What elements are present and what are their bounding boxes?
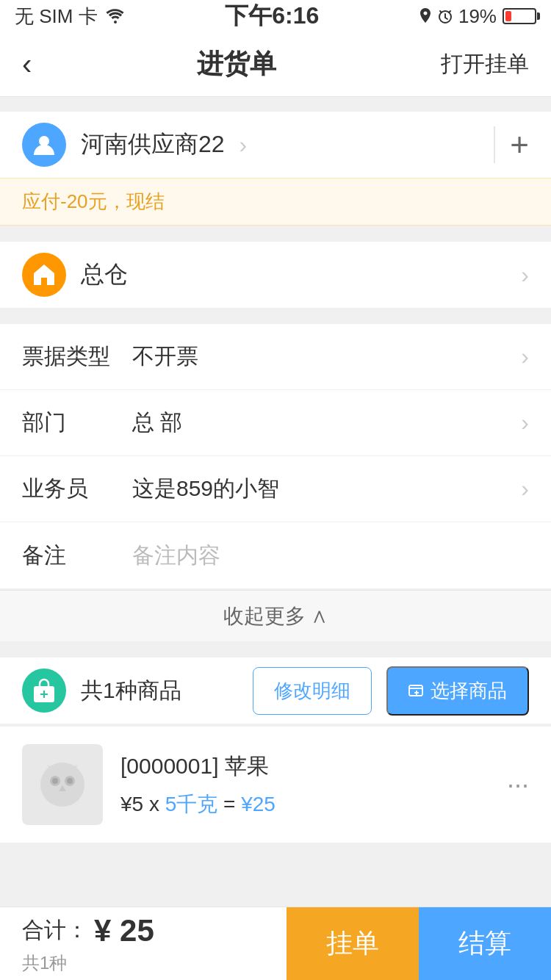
product-price: ¥5 x 5千克 = ¥25 <box>120 790 489 818</box>
products-header: 共1种商品 修改明细 选择商品 <box>0 657 551 724</box>
price-multiply: x <box>149 793 165 815</box>
product-info: [0000001] 苹果 ¥5 x 5千克 = ¥25 <box>120 752 489 818</box>
bottom-spacer <box>0 843 551 916</box>
suspend-label: 挂单 <box>326 926 379 962</box>
status-bar: 无 SIM 卡 下午6:16 19% <box>0 0 551 32</box>
supplier-row[interactable]: 河南供应商22 › + <box>0 112 551 178</box>
battery-percent: 19% <box>458 5 497 28</box>
back-button[interactable]: ‹ <box>22 48 32 81</box>
products-icon <box>22 669 66 713</box>
status-left: 无 SIM 卡 <box>15 4 126 29</box>
sales-chevron-icon: › <box>521 475 529 502</box>
edit-detail-button[interactable]: 修改明细 <box>253 667 372 715</box>
collapse-label: 收起更多 ∧ <box>223 602 328 630</box>
bottom-bar: 合计： ¥ 25 共1种 挂单 结算 <box>0 907 551 980</box>
location-icon <box>419 8 432 24</box>
remark-label: 备注 <box>22 541 125 571</box>
invoice-label: 票据类型 <box>22 342 125 372</box>
warehouse-row[interactable]: 总仓 › <box>0 242 551 308</box>
add-supplier-button[interactable]: + <box>510 126 529 163</box>
carrier-text: 无 SIM 卡 <box>15 4 98 29</box>
product-code: [0000001] <box>120 754 218 778</box>
supplier-avatar <box>22 123 66 167</box>
invoice-value: 不开票 <box>125 342 521 372</box>
product-name: [0000001] 苹果 <box>120 752 489 782</box>
nav-bar: ‹ 进货单 打开挂单 <box>0 32 551 97</box>
warning-banner: 应付-20元，现结 <box>0 178 551 226</box>
product-title: 苹果 <box>225 754 269 778</box>
svg-rect-5 <box>409 685 422 696</box>
warehouse-chevron-icon: › <box>521 262 529 289</box>
status-time: 下午6:16 <box>225 0 319 32</box>
invoice-row[interactable]: 票据类型 不开票 › <box>0 324 551 390</box>
sales-row[interactable]: 业务员 这是859的小智 › <box>0 456 551 522</box>
warning-text: 应付-20元，现结 <box>22 190 165 212</box>
price-total: ¥25 <box>241 793 276 815</box>
person-icon <box>31 131 57 158</box>
divider-4 <box>0 641 551 656</box>
total-sub: 共1种 <box>22 951 264 975</box>
suspend-button[interactable]: 挂单 <box>287 907 419 980</box>
total-line: 合计： ¥ 25 <box>22 913 264 948</box>
sales-value: 这是859的小智 <box>125 474 521 504</box>
remark-placeholder[interactable]: 备注内容 <box>125 541 529 571</box>
sales-label: 业务员 <box>22 474 125 504</box>
dept-value: 总 部 <box>125 408 521 438</box>
status-right: 19% <box>419 5 536 28</box>
open-pending-button[interactable]: 打开挂单 <box>441 49 529 79</box>
supplier-chevron-icon: › <box>240 131 248 159</box>
battery-icon <box>503 8 536 24</box>
supplier-name: 河南供应商22 <box>81 129 225 161</box>
product-thumbnail <box>22 744 103 825</box>
warehouse-name: 总仓 <box>81 259 521 291</box>
divider-5 <box>0 724 551 725</box>
products-count: 共1种商品 <box>81 676 238 706</box>
price-equals: = <box>223 793 241 815</box>
price-unit: ¥5 <box>120 793 143 815</box>
divider-top <box>0 97 551 112</box>
product-more-button[interactable]: ··· <box>507 769 529 800</box>
supplier-section: 河南供应商22 › + 应付-20元，现结 <box>0 112 551 226</box>
collapse-row[interactable]: 收起更多 ∧ <box>0 590 551 641</box>
home-icon <box>31 262 57 288</box>
supplier-divider <box>494 126 495 163</box>
product-item: [0000001] 苹果 ¥5 x 5千克 = ¥25 ··· <box>0 727 551 843</box>
svg-point-8 <box>40 763 84 807</box>
alarm-icon <box>438 8 453 24</box>
warehouse-section: 总仓 › <box>0 242 551 308</box>
divider-2 <box>0 226 551 240</box>
supplier-info: 河南供应商22 › <box>22 123 479 167</box>
cart-add-icon <box>408 682 425 699</box>
select-product-label: 选择商品 <box>431 678 507 704</box>
dept-row[interactable]: 部门 总 部 › <box>0 390 551 456</box>
dept-label: 部门 <box>22 408 125 438</box>
checkout-button[interactable]: 结算 <box>419 907 551 980</box>
svg-point-11 <box>52 778 58 784</box>
bag-icon <box>31 677 57 704</box>
product-thumb-logo <box>37 759 88 810</box>
divider-3 <box>0 308 551 323</box>
invoice-chevron-icon: › <box>521 343 529 370</box>
svg-point-1 <box>39 136 49 146</box>
checkout-label: 结算 <box>458 926 511 962</box>
total-amount: ¥ 25 <box>94 913 154 948</box>
form-section: 票据类型 不开票 › 部门 总 部 › 业务员 这是859的小智 › 备注 备注… <box>0 324 551 588</box>
svg-point-12 <box>67 778 73 784</box>
select-product-button[interactable]: 选择商品 <box>386 666 529 716</box>
remark-row[interactable]: 备注 备注内容 <box>0 522 551 588</box>
price-quantity: 5千克 <box>165 793 218 815</box>
total-label: 合计： <box>22 915 88 945</box>
dept-chevron-icon: › <box>521 409 529 436</box>
page-title: 进货单 <box>197 46 276 82</box>
total-section: 合计： ¥ 25 共1种 <box>0 907 287 980</box>
warehouse-icon <box>22 253 66 297</box>
wifi-icon <box>105 9 126 24</box>
